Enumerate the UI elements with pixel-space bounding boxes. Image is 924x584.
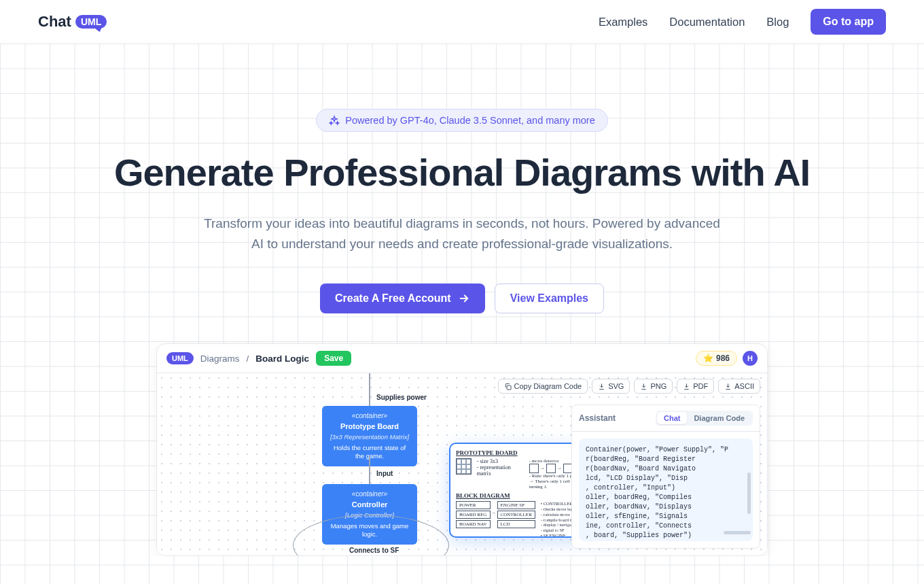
code-line: ine, controller, "Connects [586, 521, 746, 531]
screenshot-canvas: Copy Diagram Code SVG PNG PDF ASCII Supp… [157, 373, 767, 555]
credits-value: 986 [716, 354, 730, 363]
export-toolbar: Copy Diagram Code SVG PNG PDF ASCII [498, 379, 760, 394]
code-line: oller, sfEngine, "Signals [586, 512, 746, 521]
cta-row: Create A Free Account View Examples [102, 284, 822, 313]
code-line: Reg, lcd, "Outputs to disp [586, 540, 746, 541]
nav-docs[interactable]: Documentation [669, 16, 745, 29]
code-line: oller, boardNav, "Displays [586, 502, 746, 512]
copy-icon [504, 383, 512, 390]
edge-label-input: Input [374, 470, 395, 477]
download-icon [683, 383, 690, 390]
create-account-button[interactable]: Create A Free Account [320, 284, 485, 313]
header: ChatUML Examples Documentation Blog Go t… [0, 0, 924, 44]
save-button[interactable]: Save [316, 351, 351, 366]
nav-blog[interactable]: Blog [766, 16, 789, 29]
credits-pill[interactable]: ⭐ 986 [696, 351, 737, 366]
export-svg-button[interactable]: SVG [592, 379, 630, 394]
code-line: r(boardNav, "Board Navigato [586, 464, 746, 474]
star-icon: ⭐ [703, 354, 713, 363]
breadcrumb-root: Diagrams [200, 354, 240, 364]
svg-rect-0 [507, 385, 511, 390]
code-preview: Container(power, "Power Supply", "Pr(boa… [579, 439, 753, 541]
scrollbar-vertical[interactable] [747, 473, 751, 514]
code-line: Container(power, "Power Supply", "P [586, 445, 746, 455]
app-screenshot: UML Diagrams / Board Logic Save ⭐ 986 H … [156, 343, 768, 556]
badge-text: Powered by GPT-4o, Claude 3.5 Sonnet, an… [345, 115, 595, 126]
code-line: , board, "Supplies power") [586, 531, 746, 540]
scrollbar-horizontal[interactable] [724, 531, 751, 534]
uml-badge: UML [166, 352, 194, 364]
screenshot-topbar: UML Diagrams / Board Logic Save ⭐ 986 H [157, 344, 767, 373]
nav: Examples Documentation Blog Go to app [599, 9, 886, 35]
hero-subtitle: Transform your ideas into beautiful diag… [197, 213, 727, 254]
code-line: r(boardReg, "Board Register [586, 455, 746, 464]
cta-primary-label: Create A Free Account [335, 292, 451, 305]
logo-text: Chat [38, 13, 71, 31]
download-icon [640, 383, 647, 390]
arrow-right-icon [458, 292, 470, 305]
tab-chat[interactable]: Chat [657, 412, 687, 424]
code-line: , controller, "Input") [586, 483, 746, 493]
edge-label-connects: Connects to SF [347, 547, 401, 554]
avatar[interactable]: H [743, 351, 758, 366]
tab-diagram-code[interactable]: Diagram Code [687, 412, 751, 424]
edge-label-power: Supplies power [374, 394, 429, 401]
sparkle-icon [329, 115, 340, 126]
assistant-sidebar: Assistant Chat Diagram Code Container(po… [571, 405, 760, 549]
download-icon [598, 383, 605, 390]
logo[interactable]: ChatUML [38, 13, 107, 31]
hero: Powered by GPT-4o, Claude 3.5 Sonnet, an… [88, 109, 836, 313]
logo-bubble: UML [75, 15, 107, 29]
nav-cta-button[interactable]: Go to app [811, 9, 886, 35]
copy-code-button[interactable]: Copy Diagram Code [498, 379, 588, 394]
view-examples-button[interactable]: View Examples [495, 284, 604, 313]
download-icon [724, 383, 732, 390]
export-pdf-button[interactable]: PDF [677, 379, 714, 394]
breadcrumb-current: Board Logic [255, 354, 309, 364]
export-ascii-button[interactable]: ASCII [718, 379, 760, 394]
sidebar-title: Assistant [579, 413, 616, 423]
export-png-button[interactable]: PNG [634, 379, 673, 394]
nav-examples[interactable]: Examples [599, 16, 647, 29]
code-line: lcd, "LCD Display", "Disp [586, 474, 746, 483]
powered-by-badge: Powered by GPT-4o, Claude 3.5 Sonnet, an… [316, 109, 608, 132]
hero-heading: Generate Professional Diagrams with AI [102, 151, 822, 194]
code-line: oller, boardReg, "Compiles [586, 493, 746, 502]
sidebar-tabs: Chat Diagram Code [656, 411, 753, 426]
